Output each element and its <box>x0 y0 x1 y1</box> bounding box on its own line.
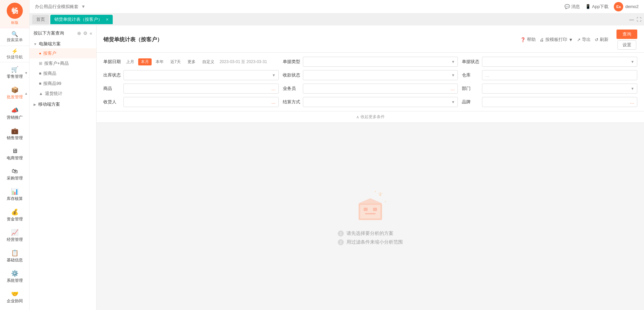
app-download-btn[interactable]: 📱 App下载 <box>585 4 608 10</box>
tab-minimize-icon[interactable]: — <box>629 17 634 22</box>
print-dropdown-icon: ▼ <box>569 37 573 42</box>
doc-status-label: 单据状态 <box>462 59 479 65</box>
sidebar-item-purchase[interactable]: 🛍 采购管理 <box>0 164 29 185</box>
ship-input[interactable]: ▼ <box>123 70 279 80</box>
sidebar-item-retail[interactable]: 🛒 零售管理 ▼ <box>0 62 29 83</box>
ship-chevron: ▼ <box>272 73 276 77</box>
sidebar-nav[interactable]: ⚡ 快捷导航 <box>0 46 29 62</box>
sidebar-item-system[interactable]: ⚙️ 系统管理 <box>0 266 29 287</box>
query-button[interactable]: 查询 <box>616 30 637 39</box>
sidebar-item-cooperation[interactable]: 🤝 企业协同 <box>0 287 29 307</box>
settlement-filter: 结算方式 ▼ <box>283 97 458 107</box>
sidebar-item-sales[interactable]: 💼 销售管理 <box>0 124 29 144</box>
refresh-icon: ↺ <box>595 37 598 42</box>
sidebar-item-newbie[interactable]: 🌟 新手引导 <box>0 307 29 310</box>
filter-area: 单据日期 上月 本月 本年 近7天 更多 自定义 2023-03-01 至 20… <box>97 53 644 111</box>
dept-input[interactable]: ▼ <box>482 84 637 94</box>
date-tab-last-7[interactable]: 近7天 <box>168 58 183 65</box>
download-icon: 📱 <box>585 4 591 9</box>
page-header: 销货单统计表（按客户） ❓ 帮助 🖨 按模板打印 ▼ ↗ 导出 <box>97 25 644 53</box>
scheme-item-customer-goods[interactable]: ⊞ 按客户+商品 <box>30 58 96 68</box>
scheme-item-by-goods-99[interactable]: ■ 按商品99 <box>30 79 96 89</box>
doc-type-chevron: ▼ <box>451 60 455 64</box>
goods-input[interactable]: … <box>123 84 279 94</box>
sidebar-item-inventory[interactable]: 📊 库存核算 <box>0 185 29 205</box>
tab-home[interactable]: 首页 <box>32 15 49 24</box>
brand-input[interactable]: … <box>482 97 637 107</box>
tab-sales-stats[interactable]: 销货单统计表（按客户） ✕ <box>50 15 113 24</box>
date-tab-this-year[interactable]: 本年 <box>153 58 166 65</box>
desktop-group-title[interactable]: ▼ 电脑端方案 <box>30 40 96 48</box>
settlement-input[interactable]: ▼ <box>303 97 458 107</box>
main-area: 办公用品行业模拟账套 ▼ 💬 消息 📱 App下载 Ea demo2 首页 <box>30 0 644 310</box>
sidebar-item-ecommerce[interactable]: 🖥 电商管理 <box>0 144 29 164</box>
help-icon: ❓ <box>520 37 526 42</box>
brand-filter: 品牌 … <box>462 97 637 107</box>
scheme-panel-actions: ⊕ ⚙ « <box>77 31 92 36</box>
topbar-dropdown-icon[interactable]: ▼ <box>81 4 86 9</box>
add-scheme-icon[interactable]: ⊕ <box>77 31 81 36</box>
salesperson-input[interactable]: … <box>303 84 458 94</box>
logo-icon: 畅 <box>7 3 23 19</box>
payment-input[interactable]: ▼ <box>303 70 458 80</box>
tab-sales-stats-label: 销货单统计表（按客户） <box>54 16 102 22</box>
step-1-num: 1 <box>338 230 344 237</box>
scheme-item-return-stats[interactable]: ▲ 退货统计 <box>30 89 96 99</box>
dept-chevron: ▼ <box>631 87 634 91</box>
receiver-filter: 收货人 … <box>103 97 279 107</box>
topbar: 办公用品行业模拟账套 ▼ 💬 消息 📱 App下载 Ea demo2 <box>30 0 644 13</box>
sidebar-search[interactable]: 🔍 搜索菜单 <box>0 28 29 46</box>
message-btn[interactable]: 💬 消息 <box>565 4 580 10</box>
user-info[interactable]: Ea demo2 <box>614 2 639 11</box>
empty-illustration <box>350 185 390 225</box>
logo-text: 标版 <box>11 20 18 25</box>
warehouse-input[interactable]: … <box>482 70 637 80</box>
doc-status-input[interactable]: ▼ <box>482 57 637 67</box>
help-btn[interactable]: ❓ 帮助 <box>520 37 536 43</box>
refresh-btn[interactable]: ↺ 刷新 <box>595 37 608 43</box>
customer-goods-icon: ⊞ <box>39 61 42 66</box>
collapse-scheme-icon[interactable]: « <box>90 31 92 36</box>
collapse-btn[interactable]: ∧ 收起更多条件 <box>352 113 389 120</box>
settlement-chevron: ▼ <box>451 100 455 104</box>
sidebar-item-finance[interactable]: 💰 资金管理 <box>0 205 29 225</box>
date-tabs: 上月 本月 本年 近7天 更多 自定义 2023-03-01 至 2023-03… <box>123 58 267 65</box>
topbar-left: 办公用品行业模拟账套 ▼ <box>35 4 86 10</box>
sidebar-item-marketing[interactable]: 📣 营销推广 <box>0 103 29 124</box>
svg-point-7 <box>375 191 376 192</box>
doc-type-filter: 单据类型 ▼ <box>283 57 458 67</box>
print-icon: 🖨 <box>540 37 544 42</box>
receiver-input[interactable]: … <box>123 97 279 107</box>
settings-button[interactable]: 设置 <box>618 40 636 50</box>
app-title: 办公用品行业模拟账套 <box>35 4 78 10</box>
hint1-text: 请先选择要分析的方案 <box>346 230 393 237</box>
topbar-right: 💬 消息 📱 App下载 Ea demo2 <box>565 2 639 11</box>
export-btn[interactable]: ↗ 导出 <box>577 37 591 43</box>
date-tab-last-month[interactable]: 上月 <box>123 58 137 65</box>
mobile-group-title[interactable]: ▶ 移动端方案 <box>30 100 96 109</box>
tab-close-icon[interactable]: ✕ <box>106 17 109 22</box>
date-label: 单据日期 <box>103 59 121 65</box>
template-print-btn[interactable]: 🖨 按模板打印 ▼ <box>540 37 573 43</box>
settings-scheme-icon[interactable]: ⚙ <box>83 31 88 36</box>
doc-type-label: 单据类型 <box>283 59 300 65</box>
scheme-item-by-customer[interactable]: ● 按客户 <box>30 48 96 58</box>
date-tab-custom[interactable]: 自定义 <box>200 58 217 65</box>
goods-filter: 商品 … <box>103 84 279 94</box>
tab-expand-icon[interactable]: ⛶ <box>637 17 641 22</box>
scheme-item-by-goods[interactable]: ■ 按商品 <box>30 68 96 79</box>
sidebar-item-basic[interactable]: 📋 基础信息 <box>0 246 29 266</box>
scheme-panel-header: 按以下方案查询 ⊕ ⚙ « <box>30 28 96 38</box>
doc-type-input[interactable]: ▼ <box>303 57 458 67</box>
payment-chevron: ▼ <box>451 73 455 77</box>
salesperson-filter: 业务员 … <box>283 84 458 94</box>
salesperson-dots: … <box>450 86 455 91</box>
date-tab-more[interactable]: 更多 <box>185 58 198 65</box>
svg-rect-2 <box>364 208 368 211</box>
left-scheme-panel: 按以下方案查询 ⊕ ⚙ « ▼ 电脑端方案 ● 按客户 ⊞ <box>30 25 97 310</box>
sidebar-item-operations[interactable]: 📈 经营管理 <box>0 225 29 246</box>
date-tab-this-month[interactable]: 本月 <box>138 58 152 65</box>
mobile-scheme-group: ▶ 移动端方案 <box>30 100 96 109</box>
sidebar-item-wholesale[interactable]: 📦 批发管理 ▲ <box>0 83 29 103</box>
collapse-label: 收起更多条件 <box>361 114 385 120</box>
